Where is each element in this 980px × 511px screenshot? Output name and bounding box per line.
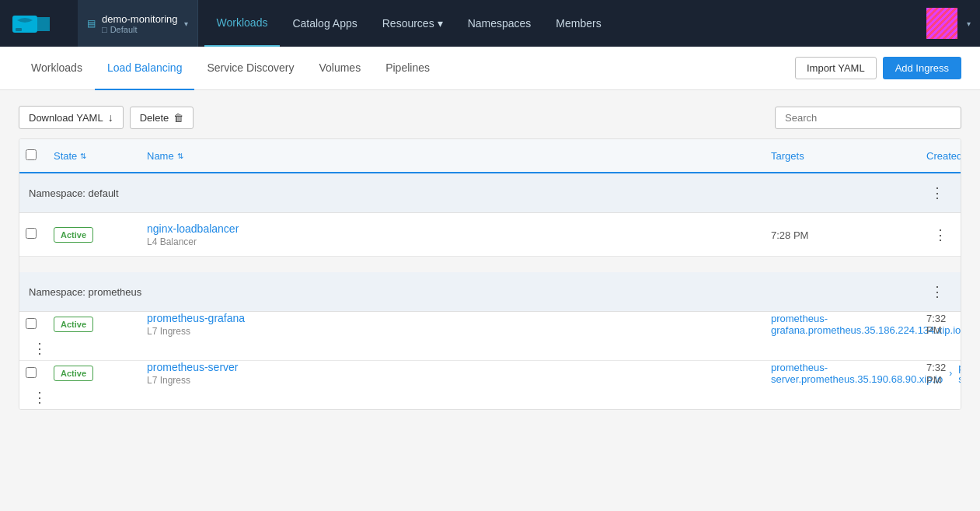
import-yaml-button[interactable]: Import YAML [795, 57, 877, 79]
row-2-checkbox[interactable] [26, 367, 37, 378]
table-header: State ⇅ Name ⇅ Targets Created ⇅ [19, 139, 961, 173]
row-1-status: Active [54, 317, 147, 332]
project-info: demo-monitoring □ Default [102, 13, 178, 34]
download-icon: ↓ [108, 111, 113, 124]
th-name[interactable]: Name ⇅ [147, 150, 771, 162]
row-0-time: 7:28 PM [771, 229, 926, 241]
state-sort-icon: ⇅ [80, 152, 86, 160]
row-checkbox-2 [26, 367, 54, 380]
brand-logo-container [0, 9, 78, 37]
row-2-created: 7:32 PM [926, 362, 946, 386]
tab-pipelines[interactable]: Pipelines [373, 47, 442, 90]
status-badge: Active [54, 366, 93, 381]
row-0-checkbox[interactable] [26, 228, 37, 239]
project-env: □ Default [102, 25, 178, 34]
row-2-time-container: 7:32 PM [926, 361, 954, 386]
status-badge: Active [54, 317, 93, 332]
namespace-label-prometheus: Namespace: prometheus [29, 286, 923, 298]
row-0-name-container: nginx-loadbalancer L4 Balancer [147, 222, 771, 247]
row-2-targets: prometheus-server.prometheus.35.190.68.9… [771, 362, 926, 385]
user-avatar[interactable] [926, 8, 957, 39]
row-2-name-link[interactable]: prometheus-server [147, 361, 771, 373]
row-1-name-link[interactable]: prometheus-grafana [147, 312, 771, 324]
row-0-name-link[interactable]: nginx-loadbalancer [147, 222, 771, 235]
row-2-status: Active [54, 366, 147, 381]
tab-workloads[interactable]: Workloads [19, 47, 95, 90]
nav-catalog-apps[interactable]: Catalog Apps [280, 0, 369, 47]
row-2-subtype: L7 Ingress [147, 375, 771, 386]
th-state[interactable]: State ⇅ [54, 150, 147, 162]
tab-actions: Import YAML Add Ingress [795, 57, 961, 79]
row-2-target-source[interactable]: prometheus-server.prometheus.35.190.68.9… [771, 362, 943, 385]
row-checkbox-1 [26, 318, 54, 331]
download-yaml-button[interactable]: Download YAML ↓ [19, 106, 124, 129]
row-1-targets: prometheus-grafana.prometheus.35.186.224… [771, 313, 926, 336]
namespace-header-default: Namespace: default ⋮ [19, 173, 961, 213]
th-targets: Targets [771, 150, 926, 162]
tab-volumes[interactable]: Volumes [306, 47, 373, 90]
row-1-subtype: L7 Ingress [147, 326, 771, 337]
sub-navigation: Workloads Load Balancing Service Discove… [0, 47, 980, 90]
project-name: demo-monitoring [102, 13, 178, 25]
project-icon: ▤ [87, 18, 96, 29]
row-checkbox-0 [26, 228, 54, 241]
table-row: Active nginx-loadbalancer L4 Balancer 7:… [19, 213, 961, 257]
nav-workloads[interactable]: Workloads [204, 0, 281, 47]
row-0-kebab[interactable]: ⋮ [926, 223, 954, 247]
namespace-prometheus-kebab[interactable]: ⋮ [923, 280, 951, 303]
row-1-time-container: 7:32 PM [926, 313, 954, 336]
nav-resources[interactable]: Resources ▾ [370, 0, 455, 47]
search-input[interactable] [775, 107, 961, 129]
nav-members[interactable]: Members [543, 0, 613, 47]
row-0-subtype: L4 Balancer [147, 236, 771, 247]
svg-rect-2 [16, 28, 22, 31]
tab-load-balancing[interactable]: Load Balancing [95, 47, 195, 90]
row-0-created: 7:28 PM [771, 229, 808, 241]
namespace-spacer [19, 257, 961, 272]
delete-icon: 🗑 [173, 112, 183, 124]
th-created[interactable]: Created ⇅ [926, 150, 954, 162]
project-dropdown-arrow: ▾ [184, 19, 188, 28]
th-checkbox [26, 149, 54, 163]
row-0-status: Active [54, 227, 147, 243]
status-badge: Active [54, 227, 93, 243]
row-1-kebab[interactable]: ⋮ [26, 337, 54, 360]
row-1-checkbox[interactable] [26, 318, 37, 329]
row-2-name-container: prometheus-server L7 Ingress [147, 361, 771, 386]
tab-service-discovery[interactable]: Service Discovery [194, 47, 306, 90]
select-all-checkbox[interactable] [26, 149, 37, 160]
namespace-header-prometheus: Namespace: prometheus ⋮ [19, 272, 961, 312]
main-content: Download YAML ↓ Delete 🗑 State ⇅ Name ⇅ [0, 90, 980, 425]
row-1-created: 7:32 PM [926, 313, 954, 336]
user-section[interactable]: ▾ [917, 8, 980, 39]
delete-button[interactable]: Delete 🗑 [130, 107, 194, 129]
tab-items: Workloads Load Balancing Service Discove… [19, 47, 795, 89]
svg-marker-1 [37, 17, 50, 31]
row-2-target-dest[interactable]: prometheus-server [958, 362, 961, 385]
row-1-name-container: prometheus-grafana L7 Ingress [147, 312, 771, 337]
toolbar: Download YAML ↓ Delete 🗑 [19, 106, 961, 129]
namespace-label-default: Namespace: default [29, 187, 923, 199]
brand-logo [12, 9, 50, 37]
env-icon: □ [102, 25, 107, 34]
project-selector[interactable]: ▤ demo-monitoring □ Default ▾ [78, 0, 198, 47]
main-table: State ⇅ Name ⇅ Targets Created ⇅ Namespa… [19, 138, 961, 410]
add-ingress-button[interactable]: Add Ingress [883, 57, 961, 79]
namespace-default-kebab[interactable]: ⋮ [923, 181, 951, 205]
nav-links: Workloads Catalog Apps Resources ▾ Names… [204, 0, 614, 47]
nav-namespaces[interactable]: Namespaces [455, 0, 544, 47]
row-2-kebab[interactable]: ⋮ [26, 386, 54, 409]
table-row: Active prometheus-server L7 Ingress prom… [19, 361, 961, 409]
top-navigation: ▤ demo-monitoring □ Default ▾ Workloads … [0, 0, 980, 47]
name-sort-icon: ⇅ [177, 152, 183, 160]
table-row: Active prometheus-grafana L7 Ingress pro… [19, 312, 961, 361]
user-dropdown-arrow: ▾ [967, 19, 971, 28]
